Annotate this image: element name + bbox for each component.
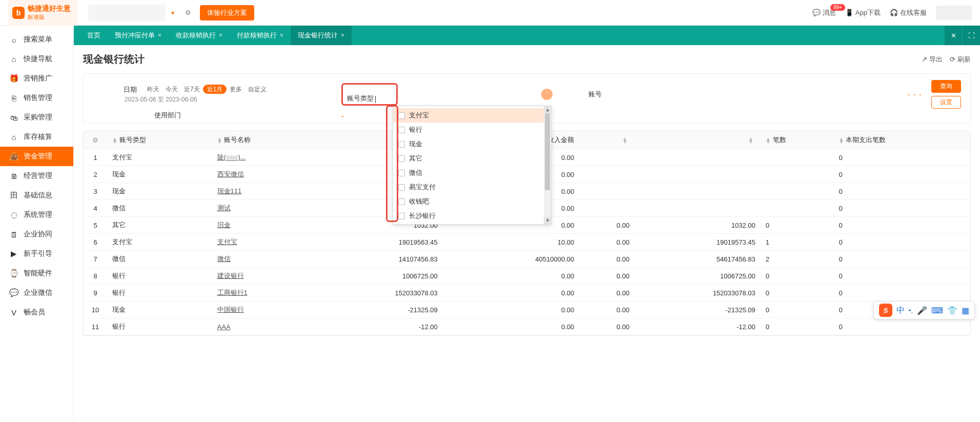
ime-toolbox-icon[interactable]: ▦ <box>962 306 969 315</box>
sidebar-item[interactable]: V畅会员 <box>0 303 73 322</box>
filter-settings-button[interactable]: 设置 <box>931 96 961 109</box>
ime-skin-icon[interactable]: 👕 <box>947 306 957 315</box>
export-button[interactable]: ↗ 导出 <box>922 55 943 64</box>
use-dept-dropdown-icon[interactable]: ⌄ <box>340 112 345 119</box>
tab-close-icon[interactable]: × <box>341 32 344 39</box>
sort-icon[interactable]: ▲▼ <box>112 137 117 144</box>
checkbox-icon[interactable] <box>398 155 405 162</box>
org-dropdown-caret-icon[interactable]: ▾ <box>171 9 174 16</box>
cell-account-name[interactable]: 陡(○○○)... <box>212 149 317 166</box>
sidebar-item[interactable]: 💬企业微信 <box>0 283 73 303</box>
sidebar-item[interactable]: ▶新手引导 <box>0 244 73 264</box>
scroll-up-icon[interactable]: ▲ <box>544 106 551 113</box>
checkbox-icon[interactable] <box>398 213 405 219</box>
dropdown-option[interactable]: 微信 <box>393 166 544 180</box>
date-chip[interactable]: 近7天 <box>181 85 203 94</box>
checkbox-icon[interactable] <box>398 198 405 205</box>
column-header[interactable]: ▲▼本期支出笔数 <box>833 131 970 149</box>
sidebar-item[interactable]: ⌕搜索菜单 <box>0 30 73 49</box>
org-selector[interactable] <box>88 5 165 21</box>
cell-account-name[interactable]: 测试 <box>212 200 317 217</box>
collapse-filters-icon[interactable]: ˄ <box>541 89 553 100</box>
user-avatar[interactable] <box>936 6 972 20</box>
sidebar-item[interactable]: ◌系统管理 <box>0 205 73 225</box>
column-header[interactable]: ▲▼ <box>579 131 635 149</box>
tab[interactable]: 现金银行统计× <box>291 26 352 45</box>
sidebar-item[interactable]: ⎘销售管理 <box>0 88 73 108</box>
dropdown-option[interactable]: 银行 <box>393 123 544 137</box>
sidebar-item[interactable]: 田基础信息 <box>0 186 73 205</box>
tab-close-all-button[interactable]: ✕ <box>945 26 962 45</box>
cell-account-name[interactable]: 旧金 <box>212 217 317 234</box>
sort-icon[interactable]: ▲▼ <box>748 137 753 144</box>
scroll-down-icon[interactable]: ▼ <box>544 217 551 224</box>
tab[interactable]: 收款核销执行× <box>169 26 230 45</box>
column-header[interactable]: ▲▼账号名称 <box>212 131 317 149</box>
dropdown-scrollbar[interactable]: ▲ ▼ <box>544 106 551 224</box>
scroll-thumb[interactable] <box>545 113 550 190</box>
sort-icon[interactable]: ▲▼ <box>839 137 844 144</box>
checkbox-icon[interactable] <box>398 170 405 176</box>
cell-account-name[interactable]: 微信 <box>212 251 317 268</box>
dropdown-option[interactable]: 现金 <box>393 137 544 151</box>
header-settings-icon[interactable]: ⚙ <box>180 5 196 21</box>
tab[interactable]: 付款核销执行× <box>230 26 291 45</box>
sort-icon[interactable]: ▲▼ <box>766 137 771 144</box>
cell-account-name[interactable]: 西安微信 <box>212 166 317 183</box>
tab[interactable]: 预付冲应付单× <box>108 26 169 45</box>
ime-keyboard-icon[interactable]: ⌨ <box>931 306 943 315</box>
ime-toolbar[interactable]: S 中 •, 🎤 ⌨ 👕 ▦ <box>873 301 975 319</box>
online-service-link[interactable]: 🎧 在线客服 <box>890 8 927 17</box>
ime-punct-icon[interactable]: •, <box>909 307 913 314</box>
refresh-button[interactable]: ⟳ 刷新 <box>950 55 971 64</box>
checkbox-icon[interactable] <box>398 184 405 191</box>
date-chip[interactable]: 更多 <box>227 85 245 94</box>
cell-account-name[interactable]: 中国银行 <box>212 302 317 318</box>
cell-account-name[interactable]: 支付宝 <box>212 234 317 251</box>
query-button[interactable]: 查询 <box>931 80 961 93</box>
sidebar-item[interactable]: ⌂快捷导航 <box>0 49 73 69</box>
tab-close-icon[interactable]: × <box>280 32 283 39</box>
messages-link[interactable]: 💬 消息 99+ <box>812 8 836 17</box>
sidebar-item[interactable]: ⌚智能硬件 <box>0 264 73 283</box>
checkbox-icon[interactable] <box>398 112 405 119</box>
date-chip[interactable]: 近1月 <box>203 85 227 94</box>
table-settings-icon[interactable]: ⚙ <box>92 136 98 144</box>
sort-icon[interactable]: ▲▼ <box>622 137 627 144</box>
more-filters-button[interactable]: · · · <box>908 91 922 98</box>
cell-account-name[interactable]: AAA <box>212 318 317 335</box>
sidebar-item[interactable]: 🎁营销推广 <box>0 69 73 88</box>
date-chip[interactable]: 昨天 <box>144 85 162 94</box>
date-chip[interactable]: 自定义 <box>245 85 270 94</box>
sidebar-item[interactable]: 🛍采购管理 <box>0 108 73 127</box>
account-type-filter[interactable]: 账号类型 支付宝银行现金其它微信易宝支付收钱吧长沙银行 ▲ ▼ <box>341 83 398 106</box>
app-download-link[interactable]: 📱 App下载 <box>845 8 881 17</box>
dropdown-option[interactable]: 长沙银行 <box>393 209 544 223</box>
dropdown-option[interactable]: 收钱吧 <box>393 194 544 209</box>
cell-account-name[interactable]: 建设银行 <box>212 268 317 285</box>
sidebar-item[interactable]: 🗓企业协同 <box>0 225 73 244</box>
dropdown-option[interactable]: 易宝支付 <box>393 180 544 194</box>
column-header[interactable]: ⚙ <box>84 131 107 149</box>
sidebar-item[interactable]: 🗎经营管理 <box>0 166 73 186</box>
ime-lang-label[interactable]: 中 <box>896 305 905 316</box>
sidebar-item[interactable]: 👜资金管理 <box>0 147 73 166</box>
industry-plan-button[interactable]: 体验行业方案 <box>200 5 254 21</box>
ime-mic-icon[interactable]: 🎤 <box>917 306 927 315</box>
date-chip[interactable]: 今天 <box>162 85 181 94</box>
column-header[interactable]: ▲▼笔数 <box>761 131 834 149</box>
cell-account-name[interactable]: 现金111 <box>212 183 317 200</box>
column-header[interactable]: ▲▼账号类型 <box>107 131 212 149</box>
tab-close-icon[interactable]: × <box>158 32 161 39</box>
tab-close-icon[interactable]: × <box>219 32 222 39</box>
tab-fullscreen-button[interactable]: ⛶ <box>963 26 980 45</box>
column-header[interactable]: ▲▼ <box>635 131 761 149</box>
checkbox-icon[interactable] <box>398 127 405 133</box>
sort-icon[interactable]: ▲▼ <box>217 137 222 144</box>
tab[interactable]: 首页 <box>80 26 108 45</box>
dropdown-option[interactable]: 其它 <box>393 151 544 166</box>
cell-account-name[interactable]: 工商银行1 <box>212 285 317 302</box>
sidebar-item[interactable]: ⌂库存核算 <box>0 127 73 147</box>
dropdown-option[interactable]: 支付宝 <box>393 108 544 123</box>
checkbox-icon[interactable] <box>398 141 405 148</box>
